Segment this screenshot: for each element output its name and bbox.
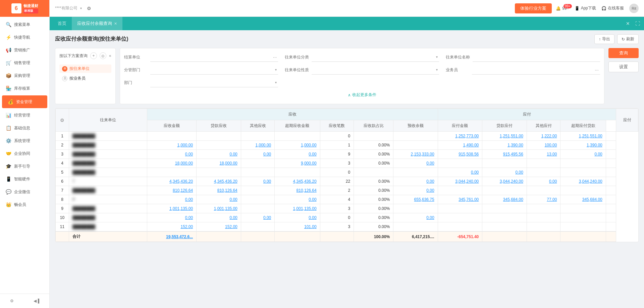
tab-receivable-query[interactable]: 应收应付余额查询 ✕ [72, 17, 122, 30]
table-cell[interactable]: 345,684.00 [560, 195, 606, 204]
table-cell[interactable]: 1,252,773.00 [438, 132, 482, 141]
nature-select[interactable]: ▾ [312, 65, 439, 75]
sidebar-item-库存核算[interactable]: 🏪库存核算 [0, 82, 49, 95]
salesperson-dots[interactable]: ··· [595, 67, 599, 73]
table-cell[interactable]: 0.00 [393, 186, 438, 195]
table-cell[interactable]: 915,495.56 [482, 150, 527, 159]
trial-button[interactable]: 体验行业方案 [515, 3, 552, 13]
table-cell[interactable]: 152.00 [197, 222, 241, 232]
table-cell[interactable]: 0.00 [241, 213, 274, 222]
table-cell[interactable]: 0.00 [438, 168, 482, 177]
table-cell[interactable]: 0.00 [275, 195, 320, 204]
table-cell[interactable]: 1,251,551.00 [482, 132, 527, 141]
sidebar-item-新手引导[interactable]: 🎓新手引导 [0, 160, 49, 173]
table-cell[interactable]: 3,044,240.00 [482, 177, 527, 186]
table-cell[interactable]: 1,001,135.00 [275, 204, 320, 213]
table-cell[interactable]: 3,044,240.00 [560, 177, 606, 186]
table-cell[interactable]: 1,001,135.00 [197, 204, 241, 213]
table-cell[interactable]: 1,001,135.00 [147, 204, 196, 213]
table-cell[interactable]: 18,000.00 [147, 159, 196, 168]
table-cell[interactable]: 1,000.00 [147, 141, 196, 150]
table-cell[interactable]: 0.00 [197, 195, 241, 204]
table-cell[interactable]: 0.00 [147, 195, 196, 204]
sidebar-item-经营管理[interactable]: 📊经营管理 [0, 109, 49, 122]
tab-maximize-btn[interactable]: ⛶ [634, 19, 641, 28]
table-cell[interactable]: 655,636.75 [393, 195, 438, 204]
table-cell[interactable]: 1,000.00 [275, 141, 320, 150]
table-cell[interactable]: 1,390.00 [482, 141, 527, 150]
table-cell[interactable]: 152.00 [147, 222, 196, 232]
tab-home[interactable]: 首页 [52, 17, 72, 30]
table-cell[interactable]: 77.00 [527, 195, 560, 204]
sidebar-item-企业微信[interactable]: 💬企业微信 [0, 185, 49, 198]
sidebar-item-畅会员[interactable]: 👑畅会员 [0, 198, 49, 211]
table-cell[interactable]: 0.00 [241, 150, 274, 159]
table-cell[interactable]: 345,684.00 [482, 195, 527, 204]
table-cell[interactable]: 4,345,436.20 [147, 177, 196, 186]
sidebar-item-销售管理[interactable]: 🛒销售管理 [0, 56, 49, 69]
table-cell[interactable]: 0.00 [241, 177, 274, 186]
settlement-input[interactable]: ··· [150, 52, 278, 62]
depart-select[interactable]: ▾ [150, 78, 278, 87]
sidebar-item-系统管理[interactable]: ⚙️系统管理 [0, 134, 49, 147]
table-cell[interactable]: 0.00 [147, 150, 196, 159]
online-service-btn[interactable]: 🎧 在线客服 [601, 5, 624, 11]
sidebar-item-采购管理[interactable]: 📦采购管理 [0, 69, 49, 82]
sidebar-item-智能硬件[interactable]: 📱智能硬件 [0, 173, 49, 185]
table-cell[interactable]: 0.00 [393, 213, 438, 222]
table-cell[interactable]: 1,251,551.00 [560, 132, 606, 141]
settlement-dots[interactable]: ··· [273, 54, 277, 60]
tab-close-btn[interactable]: ✕ [114, 21, 117, 26]
filter-option-partner[interactable]: 单 按往来单位 [59, 64, 111, 73]
table-cell[interactable]: 810,126.64 [147, 186, 196, 195]
sidebar-item-搜索菜单[interactable]: 🔍搜索菜单 [0, 18, 49, 31]
filter-collapse-btn[interactable]: « [109, 53, 111, 58]
table-cell[interactable]: 0.00 [560, 150, 606, 159]
notifications-btn[interactable]: 🔔 99+ 99+ [556, 6, 569, 11]
table-cell[interactable]: 2,153,333.00 [393, 150, 438, 159]
table-cell[interactable]: 1,390.00 [560, 141, 606, 150]
table-cell[interactable]: 810,126.64 [275, 186, 320, 195]
salesperson-input[interactable]: ··· [472, 65, 600, 75]
table-cell[interactable]: 345,761.00 [438, 195, 482, 204]
app-download-btn[interactable]: 📱 App下载 [575, 5, 596, 11]
dept-select[interactable]: ▾ [150, 65, 278, 75]
table-cell[interactable]: 3,044,240.00 [438, 177, 482, 186]
settings-btn[interactable]: 设置 [608, 61, 639, 72]
export-btn[interactable]: ↑ 导出 [594, 34, 614, 44]
collapse-more-btn[interactable]: ∧ 收起更多条件 [124, 90, 600, 100]
table-cell[interactable]: 1,490.00 [438, 141, 482, 150]
filter-scheme-btn[interactable]: ◎ [100, 52, 106, 59]
tab-close-window-btn[interactable]: ✕ [625, 19, 631, 28]
table-cell[interactable]: 0.00 [482, 168, 527, 177]
sidebar-item-资金管理[interactable]: 💰资金管理 [2, 95, 47, 108]
filter-add-btn[interactable]: + [90, 52, 97, 59]
refresh-btn[interactable]: ↻ 刷新 [617, 34, 639, 44]
table-cell[interactable]: 4,345,436.20 [197, 177, 241, 186]
user-avatar[interactable]: Rit [629, 4, 639, 13]
table-cell[interactable]: 100.00 [527, 141, 560, 150]
table-cell[interactable]: 915,508.56 [438, 150, 482, 159]
table-cell[interactable]: 0.00 [197, 213, 241, 222]
table-cell[interactable]: 18,000.00 [197, 159, 241, 168]
table-cell[interactable]: 4,345,436.20 [275, 177, 320, 186]
sidebar-item-企业协同[interactable]: 🤝企业协同 [0, 147, 49, 160]
partner-name-input[interactable] [473, 52, 600, 62]
table-cell[interactable]: 1,222.00 [527, 132, 560, 141]
table-cell[interactable]: 13.00 [527, 150, 560, 159]
table-cell[interactable]: 0.00 [275, 213, 320, 222]
table-cell[interactable]: 0.00 [393, 159, 438, 168]
table-cell[interactable]: 9,000.00 [275, 159, 320, 168]
table-cell[interactable]: 810,126.64 [197, 186, 241, 195]
sidebar-settings-btn[interactable]: ⚙ [6, 297, 18, 305]
header-gear-icon[interactable]: ⚙ [85, 4, 94, 13]
table-cell[interactable]: 0.00 [393, 177, 438, 186]
sidebar-collapse-btn[interactable]: ◀▐ [30, 297, 44, 305]
table-cell[interactable]: 0.00 [527, 177, 560, 186]
filter-option-salesperson[interactable]: 员 按业务员 [59, 74, 111, 83]
table-settings-icon[interactable]: ⚙ [59, 118, 65, 123]
category-select[interactable]: ▾ [312, 52, 439, 62]
sidebar-item-营销推广[interactable]: 📢营销推广 [0, 44, 49, 56]
table-cell[interactable]: 0.00 [275, 150, 320, 159]
sidebar-item-基础信息[interactable]: 📋基础信息 [0, 122, 49, 134]
